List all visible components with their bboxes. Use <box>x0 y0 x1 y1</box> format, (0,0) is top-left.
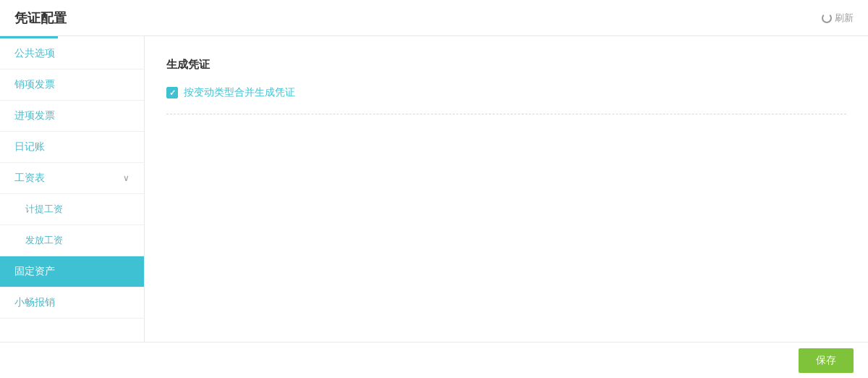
sidebar-item-payroll-table[interactable]: 工资表∨ <box>0 163 144 194</box>
chevron-down-icon: ∨ <box>123 173 129 183</box>
sidebar-item-purchase-invoice[interactable]: 进项发票 <box>0 101 144 132</box>
sidebar-item-fixed-assets[interactable]: 固定资产 <box>0 256 144 287</box>
refresh-button[interactable]: 刷新 <box>822 12 854 25</box>
sidebar-item-sales-invoice[interactable]: 销项发票 <box>0 70 144 101</box>
sidebar-item-pay-salary[interactable]: 发放工资 <box>0 225 144 256</box>
section-title: 生成凭证 <box>166 58 846 72</box>
save-button[interactable]: 保存 <box>799 348 854 373</box>
sidebar: 公共选项销项发票进项发票日记账工资表∨计提工资发放工资固定资产小畅报销 <box>0 36 145 342</box>
page-wrapper: 凭证配置 刷新 公共选项销项发票进项发票日记账工资表∨计提工资发放工资固定资产小… <box>0 0 868 378</box>
checkbox-row: 按变动类型合并生成凭证 <box>166 86 846 99</box>
section-divider <box>166 114 846 114</box>
refresh-icon <box>822 13 832 23</box>
sidebar-item-public-options[interactable]: 公共选项 <box>0 38 144 70</box>
footer: 保存 <box>0 342 868 378</box>
checkbox-label: 按变动类型合并生成凭证 <box>184 86 295 99</box>
sidebar-item-journal[interactable]: 日记账 <box>0 132 144 163</box>
content-area: 生成凭证 按变动类型合并生成凭证 <box>145 36 868 342</box>
page-title: 凭证配置 <box>14 9 67 27</box>
sidebar-item-reimbursement[interactable]: 小畅报销 <box>0 287 144 319</box>
merge-checkbox[interactable] <box>166 87 178 98</box>
refresh-label: 刷新 <box>835 12 854 25</box>
sidebar-item-calc-salary[interactable]: 计提工资 <box>0 194 144 225</box>
header: 凭证配置 刷新 <box>0 0 868 36</box>
main-area: 公共选项销项发票进项发票日记账工资表∨计提工资发放工资固定资产小畅报销 生成凭证… <box>0 36 868 342</box>
